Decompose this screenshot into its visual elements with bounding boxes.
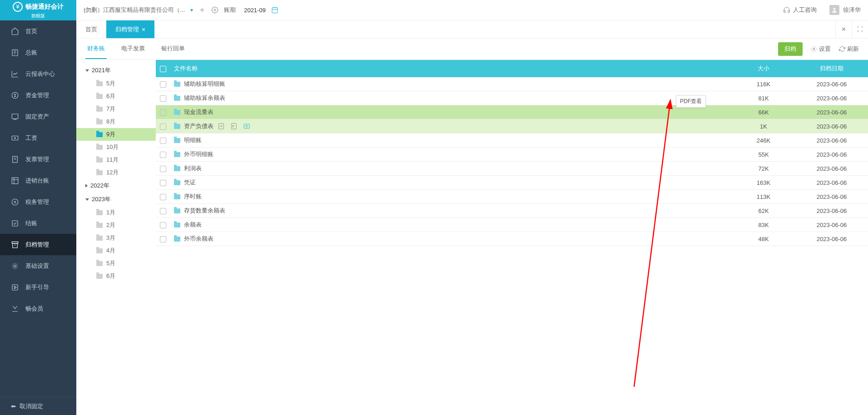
nav-item-5[interactable]: 工资 xyxy=(0,127,76,148)
file-name: 利润表 xyxy=(184,164,202,173)
tree-month[interactable]: 5月 xyxy=(76,77,156,90)
table-row[interactable]: 外币余额表48K2023-06-06 xyxy=(156,232,868,246)
table-row[interactable]: 现金流量表66K2023-06-06 xyxy=(156,105,868,119)
add-company-icon[interactable] xyxy=(198,6,206,14)
row-checkbox[interactable] xyxy=(160,180,166,186)
tab-home[interactable]: 首页 xyxy=(76,20,106,38)
nav-item-4[interactable]: 固定资产 xyxy=(0,106,76,127)
select-all-checkbox[interactable] xyxy=(160,66,166,72)
fullscreen-button[interactable]: ⛶ xyxy=(852,20,868,38)
nav-item-2[interactable]: 云报表中心 xyxy=(0,63,76,84)
tree-year[interactable]: 2021年 xyxy=(76,64,156,77)
invoice-icon xyxy=(11,155,19,163)
file-table: 文件名称 大小 归档日期 辅助核算明细账116K2023-06-06辅助核算余额… xyxy=(156,60,868,246)
tree-month[interactable]: 12月 xyxy=(76,166,156,179)
nav-item-3[interactable]: 资金管理 xyxy=(0,84,76,106)
row-checkbox[interactable] xyxy=(160,124,166,130)
nav-item-6[interactable]: 发票管理 xyxy=(0,148,76,170)
archive-date: 2023-06-06 xyxy=(795,176,868,190)
tree-month[interactable]: 1月 xyxy=(76,206,156,219)
subtab-einvoice[interactable]: 电子发票 xyxy=(119,39,147,59)
file-name: 辅助核算明细账 xyxy=(184,80,225,88)
table-row[interactable]: 存货数量余额表62K2023-06-06 xyxy=(156,204,868,218)
download-excel-icon[interactable] xyxy=(217,122,225,130)
nav-item-0[interactable]: 首页 xyxy=(0,20,76,42)
pdf-view-icon[interactable] xyxy=(243,122,251,130)
table-row[interactable]: 凭证163K2023-06-06 xyxy=(156,176,868,190)
tree-month[interactable]: 3月 xyxy=(76,232,156,244)
nav-item-1[interactable]: 总账 xyxy=(0,42,76,63)
row-checkbox[interactable] xyxy=(160,222,166,228)
row-checkbox[interactable] xyxy=(160,95,166,102)
tree-month[interactable]: 4月 xyxy=(76,244,156,257)
settings-button[interactable]: 设置 xyxy=(811,45,831,53)
row-checkbox[interactable] xyxy=(160,152,166,158)
tree-month[interactable]: 11月 xyxy=(76,153,156,166)
table-row[interactable]: 余额表83K2023-06-06 xyxy=(156,218,868,232)
period-value[interactable]: 2021-09 xyxy=(244,7,266,14)
tree-month[interactable]: 5月 xyxy=(76,257,156,270)
close-icon[interactable]: × xyxy=(142,26,145,33)
row-checkbox[interactable] xyxy=(160,194,166,200)
nav-item-9[interactable]: 结账 xyxy=(0,212,76,234)
tree-month[interactable]: 6月 xyxy=(76,270,156,282)
tree-year[interactable]: 2023年 xyxy=(76,193,156,206)
table-row[interactable]: 序时账113K2023-06-06 xyxy=(156,190,868,204)
table-row[interactable]: 资产负债表1K2023-06-06 xyxy=(156,119,868,133)
tax-icon xyxy=(11,198,19,206)
table-row[interactable]: 辅助核算明细账116K2023-06-06 xyxy=(156,77,868,91)
consult-button[interactable]: 人工咨询 xyxy=(783,6,817,14)
folder-icon xyxy=(96,261,103,266)
user-menu[interactable]: 徐泽华 xyxy=(829,5,861,15)
fund-icon xyxy=(11,91,19,99)
tree-year[interactable]: 2022年 xyxy=(76,179,156,193)
refresh-button[interactable]: 刷新 xyxy=(839,45,859,53)
logo-icon: ¥ xyxy=(13,2,23,12)
table-row[interactable]: 明细账246K2023-06-06 xyxy=(156,133,868,148)
nav-item-8[interactable]: 税务管理 xyxy=(0,191,76,212)
company-selector[interactable]: (勿删）江西服宝精品有限责任公司（... xyxy=(84,6,185,14)
subtab-bank[interactable]: 银行回单 xyxy=(159,39,187,59)
folder-icon xyxy=(174,124,180,129)
file-name: 明细账 xyxy=(184,136,202,144)
row-checkbox[interactable] xyxy=(160,166,166,172)
folder-icon xyxy=(174,180,180,185)
chevron-down-icon[interactable]: ▾ xyxy=(190,7,193,13)
nav-item-12[interactable]: 新手引导 xyxy=(0,277,76,298)
tree-month[interactable]: 10月 xyxy=(76,141,156,153)
topbar: (勿删）江西服宝精品有限责任公司（... ▾ 账期 2021-09 人工咨询 徐… xyxy=(76,0,868,20)
folder-icon xyxy=(96,158,103,163)
nav-label: 税务管理 xyxy=(25,198,49,206)
row-checkbox[interactable] xyxy=(160,81,166,88)
table-row[interactable]: 外币明细账55K2023-06-06 xyxy=(156,148,868,162)
archive-button[interactable]: 归档 xyxy=(778,42,803,56)
unpin-button[interactable]: ⬅ 取消固定 xyxy=(0,397,76,415)
subtab-finance[interactable]: 财务账 xyxy=(85,39,107,59)
row-checkbox[interactable] xyxy=(160,138,166,144)
row-checkbox[interactable] xyxy=(160,109,166,116)
nav-item-7[interactable]: 进销台账 xyxy=(0,170,76,191)
nav-item-13[interactable]: 畅会员 xyxy=(0,298,76,319)
month-label: 1月 xyxy=(106,208,115,217)
nav-item-11[interactable]: 基础设置 xyxy=(0,255,76,277)
folder-icon xyxy=(96,170,103,175)
table-row[interactable]: 利润表72K2023-06-06 xyxy=(156,162,868,176)
tree-month[interactable]: 8月 xyxy=(76,115,156,128)
tab-archive[interactable]: 归档管理 × xyxy=(106,20,154,38)
window-close-button[interactable]: ✕ xyxy=(835,20,852,38)
file-size: 55K xyxy=(732,148,795,162)
table-row[interactable]: 辅助核算余额表81K2023-06-06 xyxy=(156,91,868,105)
tree-month[interactable]: 9月 xyxy=(76,128,156,141)
tree-month[interactable]: 2月 xyxy=(76,219,156,232)
row-checkbox[interactable] xyxy=(160,208,166,214)
tree-month[interactable]: 7月 xyxy=(76,103,156,115)
download-pdf-icon[interactable] xyxy=(230,122,238,130)
tree-month[interactable]: 6月 xyxy=(76,90,156,103)
calendar-icon[interactable] xyxy=(271,6,278,14)
folder-icon xyxy=(174,237,180,242)
file-size: 48K xyxy=(732,232,795,246)
file-name: 资产负债表 xyxy=(184,122,213,130)
row-checkbox[interactable] xyxy=(160,236,166,242)
settings-icon[interactable] xyxy=(211,6,218,14)
nav-item-10[interactable]: 归档管理 xyxy=(0,234,76,255)
